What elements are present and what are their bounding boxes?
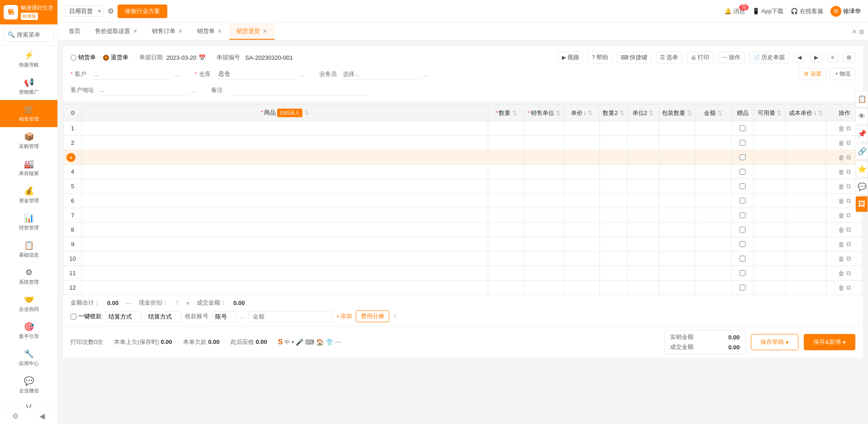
save-new-button[interactable]: 保存&新增 ▾ bbox=[804, 334, 855, 350]
active-product-input[interactable] bbox=[85, 154, 485, 161]
row-delete-10[interactable]: 🗑 bbox=[838, 255, 844, 262]
row-amount-1[interactable] bbox=[695, 121, 731, 136]
right-panel-clipboard[interactable]: 📋 bbox=[855, 91, 868, 107]
product-sort-icon[interactable]: ⇅ bbox=[304, 109, 309, 116]
row-copy-9[interactable]: ⧉ bbox=[846, 240, 851, 248]
table-settings-icon[interactable]: ⚙ bbox=[70, 110, 75, 116]
unit2-sort-icon[interactable]: ⇅ bbox=[649, 110, 654, 116]
operation-button[interactable]: ⋯ 操作 bbox=[718, 52, 745, 63]
warehouse-picker[interactable]: ... bbox=[300, 71, 305, 77]
sidebar-item-inventory[interactable]: 🏭 库存核算 bbox=[0, 154, 57, 181]
video-button[interactable]: ▶ 视频 bbox=[558, 52, 583, 63]
tab-close-sales-return[interactable]: ✕ bbox=[263, 28, 267, 34]
unit-sort-icon[interactable]: ⇅ bbox=[556, 110, 561, 116]
salesperson-picker[interactable]: ... bbox=[424, 71, 429, 77]
row-copy-10[interactable]: ⧉ bbox=[846, 255, 851, 262]
chevron-down-icon[interactable]: ▾ bbox=[786, 339, 789, 346]
next-record-button[interactable]: ▶ bbox=[810, 52, 822, 62]
right-panel-chat[interactable]: 💬 bbox=[855, 178, 868, 195]
row-copy-8[interactable]: ⧉ bbox=[846, 226, 851, 233]
trial-button[interactable]: 体验行业方案 bbox=[118, 5, 167, 18]
tab-price-extract[interactable]: 售价提取设置 ✕ bbox=[88, 24, 145, 40]
sidebar-item-purchase[interactable]: 📦 采购管理 bbox=[0, 127, 57, 154]
radio-return-bill[interactable]: 退货单 bbox=[103, 53, 128, 62]
customer-picker[interactable]: ... bbox=[175, 71, 180, 77]
row-copy-6[interactable]: ⧉ bbox=[846, 197, 851, 205]
tab-sales-bill[interactable]: 销货单 ✕ bbox=[190, 24, 229, 40]
qty2-sort-icon[interactable]: ⇅ bbox=[619, 110, 624, 116]
salesperson-input[interactable] bbox=[341, 69, 420, 80]
price-info-icon[interactable]: ℹ bbox=[584, 110, 586, 116]
sidebar-item-finance[interactable]: 💰 资金管理 bbox=[0, 181, 57, 209]
tab-sales-return[interactable]: 销货退货 ✕ bbox=[229, 24, 274, 40]
row-delete-2[interactable]: 🗑 bbox=[838, 139, 844, 147]
warehouse-input[interactable] bbox=[217, 69, 296, 80]
row-delete-12[interactable]: 🗑 bbox=[838, 284, 844, 291]
ime-icon-4[interactable]: 🏠 bbox=[316, 338, 324, 346]
row-copy-3[interactable]: ⧉ bbox=[846, 153, 851, 161]
row-delete-8[interactable]: 🗑 bbox=[838, 226, 844, 233]
radio-sales-bill[interactable]: 销货单 bbox=[71, 53, 96, 62]
row-product-1[interactable] bbox=[82, 121, 488, 136]
price-sort-icon[interactable]: ⇅ bbox=[588, 110, 593, 116]
row-copy-11[interactable]: ⧉ bbox=[846, 269, 851, 277]
row-copy-1[interactable]: ⧉ bbox=[846, 124, 851, 132]
row-delete-1[interactable]: 🗑 bbox=[838, 124, 844, 132]
tab-home[interactable]: 首页 bbox=[61, 24, 88, 40]
sidebar-item-member[interactable]: V 畅会员 bbox=[0, 399, 57, 408]
ime-icon-3[interactable]: ⌨ bbox=[305, 338, 314, 346]
ime-icon-5[interactable]: 👕 bbox=[326, 338, 333, 346]
sidebar-item-guide[interactable]: 🎯 新手引导 bbox=[0, 317, 57, 344]
sidebar-collapse-button[interactable]: ◀ bbox=[31, 412, 54, 420]
ime-icon-1[interactable]: • bbox=[292, 338, 294, 346]
tab-sales-order[interactable]: 销售订单 ✕ bbox=[145, 24, 190, 40]
right-panel-pin[interactable]: 📌 bbox=[855, 125, 868, 142]
search-menu-button[interactable]: 🔍 搜索菜单 bbox=[4, 28, 54, 42]
calendar-icon[interactable]: 📅 bbox=[198, 54, 206, 61]
row-copy-5[interactable]: ⧉ bbox=[846, 182, 851, 190]
prev-record-button[interactable]: ◀ bbox=[793, 52, 806, 62]
row-delete-3[interactable]: 🗑 bbox=[838, 153, 844, 161]
customer-addr-input[interactable] bbox=[98, 85, 188, 95]
qty-sort-icon[interactable]: ⇅ bbox=[512, 110, 517, 116]
row-delete-6[interactable]: 🗑 bbox=[838, 197, 844, 205]
sidebar-item-enterprise[interactable]: 🤝 企业协同 bbox=[0, 290, 57, 317]
fee-split-button[interactable]: 费用分摊 bbox=[356, 310, 389, 322]
fee-help-icon[interactable]: ? bbox=[393, 313, 396, 320]
sidebar-item-wechat[interactable]: 💬 企业微信 bbox=[0, 372, 57, 399]
right-panel-link[interactable]: 🔗 bbox=[855, 143, 868, 160]
select-order-button[interactable]: ☰ 选单 bbox=[656, 52, 682, 63]
row-unit2-1[interactable] bbox=[627, 121, 659, 136]
scan-input-button[interactable]: 扫码录入 bbox=[277, 109, 302, 117]
add-payment-button[interactable]: + 添加 bbox=[336, 312, 353, 320]
row-qty-1[interactable] bbox=[488, 121, 524, 136]
sidebar-item-system[interactable]: ⚙ 系统管理 bbox=[0, 263, 57, 290]
row-delete-7[interactable]: 🗑 bbox=[838, 211, 844, 219]
row-copy-7[interactable]: ⧉ bbox=[846, 211, 851, 219]
tab-close-price-extract[interactable]: ✕ bbox=[133, 28, 137, 34]
sidebar-settings-button[interactable]: ⚙ bbox=[4, 412, 27, 420]
online-service-button[interactable]: 🎧 在线客服 bbox=[791, 7, 823, 15]
message-button[interactable]: 🔔 消息 70 bbox=[724, 7, 745, 15]
shortcut-button[interactable]: ⌨ 快捷键 bbox=[617, 52, 651, 63]
amount-input[interactable] bbox=[249, 311, 333, 322]
logistics-button[interactable]: + 物流 bbox=[830, 68, 855, 80]
note-input[interactable] bbox=[233, 85, 368, 95]
grid-view-button[interactable]: ⊞ bbox=[843, 52, 855, 62]
row-price-1[interactable] bbox=[564, 121, 600, 136]
row-copy-2[interactable]: ⧉ bbox=[846, 139, 851, 147]
sidebar-item-sales[interactable]: 🛒 销售管理 bbox=[0, 100, 57, 127]
discount-help-icon[interactable]: ? bbox=[175, 300, 179, 306]
sidebar-item-shortcuts[interactable]: ⚡ 快捷导航 bbox=[0, 46, 57, 73]
right-panel-image[interactable]: 🖼 bbox=[855, 196, 868, 212]
help-button[interactable]: ? 帮助 bbox=[588, 52, 612, 63]
row-qty2-1[interactable] bbox=[600, 121, 627, 136]
sidebar-item-apps[interactable]: 🔧 应用中心 bbox=[0, 344, 57, 372]
row-copy-4[interactable]: ⧉ bbox=[846, 168, 851, 176]
calc-method-select[interactable]: 结算方式 bbox=[145, 311, 181, 322]
amount-sort-icon[interactable]: ⇅ bbox=[717, 110, 722, 116]
print-button[interactable]: 🖨 打印 bbox=[687, 52, 713, 63]
header-gear-button[interactable]: ⚙ bbox=[108, 7, 114, 15]
history-button[interactable]: 📄 历史单据 bbox=[749, 52, 789, 63]
ime-icon-6[interactable]: ⋯ bbox=[335, 338, 341, 346]
